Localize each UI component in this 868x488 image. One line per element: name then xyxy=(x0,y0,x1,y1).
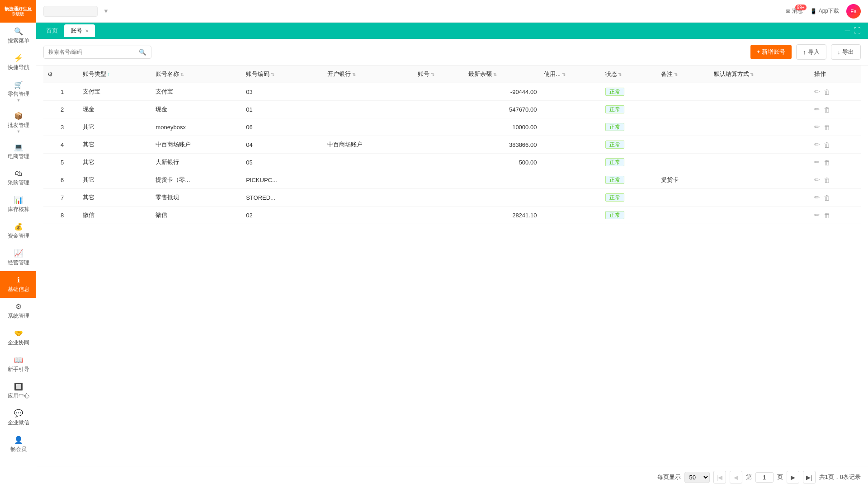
row-settlement xyxy=(710,154,811,171)
tab-account[interactable]: 账号 ✕ xyxy=(64,24,95,37)
delete-button[interactable]: 🗑 xyxy=(824,88,830,96)
sidebar-item-basic-info[interactable]: ℹ 基础信息 xyxy=(0,271,36,298)
row-bank xyxy=(324,118,414,136)
tab-home[interactable]: 首页 xyxy=(40,24,64,37)
sidebar-item-system[interactable]: ⚙ 系统管理 xyxy=(0,298,36,324)
delete-button[interactable]: 🗑 xyxy=(824,176,830,184)
row-settlement xyxy=(710,101,811,118)
sidebar-item-guide[interactable]: 📖 新手引导 xyxy=(0,351,36,378)
row-account xyxy=(414,171,465,189)
phone-icon: 📱 xyxy=(810,8,817,14)
th-bank[interactable]: 开户银行 xyxy=(324,66,414,83)
export-button[interactable]: ↓ 导出 xyxy=(831,44,861,60)
page-size-select[interactable]: 50 20 100 xyxy=(684,472,710,483)
last-page-button[interactable]: ▶| xyxy=(803,471,816,483)
delete-button[interactable]: 🗑 xyxy=(824,159,830,166)
edit-button[interactable]: ✏ xyxy=(814,123,820,131)
sidebar-item-member[interactable]: 👤 畅会员 xyxy=(0,431,36,458)
th-usage[interactable]: 使用... xyxy=(540,66,601,83)
row-usage xyxy=(540,171,601,189)
message-badge: 99+ xyxy=(795,5,807,10)
row-bank xyxy=(324,171,414,189)
sidebar-item-wholesale[interactable]: 📦 批发管理 ▼ xyxy=(0,107,36,138)
page-number-input[interactable] xyxy=(755,472,774,483)
sidebar-item-enterprise[interactable]: 🤝 企业协同 xyxy=(0,324,36,351)
accounts-table: ⚙ 账号类型 账号名称 账号编码 开户银行 账号 最新余额 使用... 状态 备… xyxy=(43,66,861,224)
row-bank xyxy=(324,101,414,118)
sidebar-item-purchase[interactable]: 🛍 采购管理 xyxy=(0,165,36,191)
window-controls: ─ ⛶ xyxy=(845,27,864,35)
row-settings xyxy=(43,101,57,118)
table-body: 1 支付宝 支付宝 03 -90444.00 正常 ✏ 🗑 2 现金 现金 01… xyxy=(43,83,861,224)
first-page-button[interactable]: |◀ xyxy=(713,471,726,483)
edit-button[interactable]: ✏ xyxy=(814,158,820,166)
delete-button[interactable]: 🗑 xyxy=(824,211,830,219)
edit-button[interactable]: ✏ xyxy=(814,88,820,96)
sidebar-item-inventory[interactable]: 📊 库存核算 xyxy=(0,191,36,218)
delete-button[interactable]: 🗑 xyxy=(824,141,830,149)
sidebar-item-app-center[interactable]: 🔲 应用中心 xyxy=(0,378,36,404)
row-actions: ✏ 🗑 xyxy=(811,101,861,118)
th-settings[interactable]: ⚙ xyxy=(43,66,57,83)
row-usage xyxy=(540,154,601,171)
maximize-icon[interactable]: ⛶ xyxy=(854,27,861,35)
th-note[interactable]: 备注 xyxy=(657,66,710,83)
quick-nav-icon: ⚡ xyxy=(14,54,23,62)
row-settlement xyxy=(710,118,811,136)
row-balance: 28241.10 xyxy=(465,206,540,224)
message-button[interactable]: ✉ 消息 99+ xyxy=(786,7,803,15)
page-size-label: 每页显示 xyxy=(657,473,681,481)
sidebar-item-search[interactable]: 🔍 搜索菜单 xyxy=(0,23,36,49)
row-actions: ✏ 🗑 xyxy=(811,118,861,136)
status-badge: 正常 xyxy=(605,176,624,184)
table-row: 7 其它 零售抵现 STORED... 正常 ✏ 🗑 xyxy=(43,189,861,206)
row-index: 4 xyxy=(57,136,79,154)
row-settings xyxy=(43,83,57,101)
delete-button[interactable]: 🗑 xyxy=(824,194,830,202)
edit-button[interactable]: ✏ xyxy=(814,193,820,202)
search-input[interactable] xyxy=(44,46,134,58)
import-button[interactable]: ↑ 导入 xyxy=(796,44,826,60)
th-settlement[interactable]: 默认结算方式 xyxy=(710,66,811,83)
total-label: 共1页，8条记录 xyxy=(819,473,861,481)
top-search-input[interactable] xyxy=(43,6,98,17)
th-code[interactable]: 账号编码 xyxy=(242,66,324,83)
row-type: 其它 xyxy=(79,136,152,154)
th-name[interactable]: 账号名称 xyxy=(152,66,242,83)
sidebar-item-operations[interactable]: 📈 经营管理 xyxy=(0,244,36,271)
delete-button[interactable]: 🗑 xyxy=(824,123,830,131)
next-page-button[interactable]: ▶ xyxy=(787,471,799,483)
sidebar-item-retail[interactable]: 🛒 零售管理 ▼ xyxy=(0,76,36,107)
th-balance[interactable]: 最新余额 xyxy=(465,66,540,83)
prev-page-button[interactable]: ◀ xyxy=(730,471,742,483)
search-button[interactable]: 🔍 xyxy=(134,46,151,58)
edit-button[interactable]: ✏ xyxy=(814,211,820,219)
minimize-icon[interactable]: ─ xyxy=(845,27,850,35)
sidebar-item-label: 快捷导航 xyxy=(8,64,29,71)
sidebar-item-wechat[interactable]: 💬 企业微信 xyxy=(0,404,36,431)
row-balance: 500.00 xyxy=(465,154,540,171)
sidebar-item-finance[interactable]: 💰 资金管理 xyxy=(0,218,36,244)
tab-close-icon[interactable]: ✕ xyxy=(85,28,89,33)
table-row: 4 其它 中百商场账户 04 中百商场账户 383866.00 正常 ✏ 🗑 xyxy=(43,136,861,154)
header-right: ✉ 消息 99+ 📱 App下载 Ea xyxy=(786,4,861,19)
row-index: 5 xyxy=(57,154,79,171)
delete-button[interactable]: 🗑 xyxy=(824,106,830,113)
row-type: 其它 xyxy=(79,118,152,136)
th-status[interactable]: 状态 xyxy=(602,66,657,83)
avatar[interactable]: Ea xyxy=(846,4,861,19)
row-account xyxy=(414,136,465,154)
sidebar-item-quick-nav[interactable]: ⚡ 快捷导航 xyxy=(0,49,36,76)
th-account[interactable]: 账号 xyxy=(414,66,465,83)
row-type: 现金 xyxy=(79,101,152,118)
row-type: 支付宝 xyxy=(79,83,152,101)
app-download-button[interactable]: 📱 App下载 xyxy=(810,7,839,15)
add-account-button[interactable]: + 新增账号 xyxy=(750,45,792,59)
edit-button[interactable]: ✏ xyxy=(814,105,820,113)
row-index: 1 xyxy=(57,83,79,101)
sidebar-item-ecommerce[interactable]: 💻 电商管理 xyxy=(0,138,36,165)
edit-button[interactable]: ✏ xyxy=(814,141,820,149)
edit-button[interactable]: ✏ xyxy=(814,176,820,184)
table-row: 3 其它 moneybosx 06 10000.00 正常 ✏ 🗑 xyxy=(43,118,861,136)
th-type[interactable]: 账号类型 xyxy=(79,66,152,83)
